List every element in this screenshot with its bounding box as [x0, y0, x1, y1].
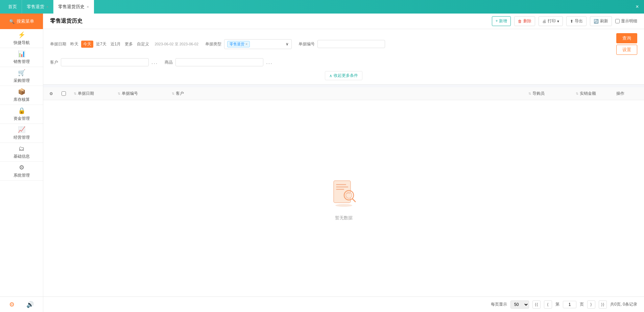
page-suffix-label: 页	[580, 302, 584, 307]
bill-number-input[interactable]	[317, 40, 385, 48]
refresh-icon: 🔄	[594, 19, 599, 24]
th-num: ⇅ 单据编号	[115, 91, 169, 96]
bill-number-filter: 单据编号	[299, 40, 385, 48]
search-icon: 🔍	[9, 19, 15, 24]
page-title: 零售退货历史	[50, 18, 82, 25]
svg-rect-2	[336, 186, 348, 187]
page-header: 零售退货历史 + 新增 🗑 × 删除 🖨 打印 ▾ ⬆ 导出 🔄 刷新	[43, 14, 644, 29]
filter-row-2: 客户 ... 商品 ...	[50, 58, 637, 66]
sidebar-item-purchase[interactable]: 🛒 采购管理	[0, 67, 43, 86]
empty-illustration	[327, 176, 361, 209]
goods-input[interactable]	[175, 58, 263, 66]
customer-label: 客户	[50, 60, 58, 65]
total-records-text: 共0页, 0条记录	[610, 302, 637, 307]
date-filter: 单据日期 昨天 今天 近7天 近1月 更多 自定义 2023-06-02 至 2…	[50, 41, 198, 48]
date-btn-1month[interactable]: 近1月	[109, 41, 122, 48]
date-btn-7days[interactable]: 近7天	[95, 41, 108, 48]
bill-type-select[interactable]: 零售退货 × ∨	[224, 39, 292, 49]
column-settings-icon[interactable]: ⚙	[49, 91, 53, 96]
date-btn-today[interactable]: 今天	[81, 41, 93, 48]
filter-area: 单据日期 昨天 今天 近7天 近1月 更多 自定义 2023-06-02 至 2…	[43, 29, 644, 85]
tab-close-retail-return[interactable]: ×	[46, 5, 48, 9]
date-buttons: 昨天 今天 近7天 近1月 更多 自定义	[69, 41, 150, 48]
sidebar-sound-icon[interactable]: 🔊	[26, 301, 34, 308]
delete-button[interactable]: 🗑 × 删除	[514, 16, 535, 26]
goods-filter: 商品 ...	[165, 58, 272, 66]
bill-type-filter: 单据类型 零售退货 × ∨	[205, 39, 292, 49]
th-settings[interactable]: ⚙	[47, 91, 59, 96]
refresh-button[interactable]: 🔄 刷新	[590, 16, 612, 26]
sidebar-item-finance[interactable]: 🔒 资金管理	[0, 105, 43, 124]
date-label: 单据日期	[50, 41, 66, 47]
date-btn-yesterday[interactable]: 昨天	[69, 41, 80, 48]
select-all-checkbox[interactable]	[62, 91, 66, 96]
empty-state: 暂无数据	[43, 100, 644, 296]
sidebar-item-inventory[interactable]: 📦 库存核算	[0, 86, 43, 105]
customer-input[interactable]	[61, 58, 149, 66]
bill-type-remove-icon[interactable]: ×	[245, 42, 247, 46]
goods-label: 商品	[165, 60, 173, 65]
sort-guide-icon[interactable]: ⇅	[528, 92, 531, 95]
sidebar-item-operations[interactable]: 📈 经营管理	[0, 124, 43, 143]
sidebar-item-sales[interactable]: 📊 销售管理	[0, 48, 43, 67]
last-page-button[interactable]: ⟩⟩	[599, 300, 607, 309]
per-page-select[interactable]: 50 100 200	[510, 300, 529, 309]
top-bar: 首页 零售退货 × 零售退货历史 × ×	[0, 0, 644, 14]
date-btn-custom[interactable]: 自定义	[136, 41, 150, 48]
show-detail-checkbox[interactable]	[615, 19, 620, 23]
system-icon: ⚙	[19, 164, 24, 171]
page-number-input[interactable]	[563, 301, 576, 308]
customer-dots[interactable]: ...	[151, 59, 158, 65]
query-button[interactable]: 查询	[616, 33, 637, 43]
tab-retail-return[interactable]: 零售退货 ×	[22, 0, 53, 14]
data-table: ⚙ ⇅ 单据日期 ⇅ 单据编号 ⇅ 客户 ⇅ 导购员 ⇅	[43, 87, 644, 296]
th-op: 操作	[614, 91, 641, 96]
th-checkbox[interactable]	[59, 91, 71, 96]
goods-dots[interactable]: ...	[266, 59, 272, 65]
next-page-button[interactable]: ⟩	[587, 300, 595, 309]
sidebar-search[interactable]: 🔍 搜索菜单	[0, 14, 43, 29]
inventory-icon: 📦	[18, 88, 25, 95]
sort-num-icon[interactable]: ⇅	[118, 92, 120, 95]
prev-page-button[interactable]: ⟨	[544, 300, 552, 309]
collapse-icon: ∧	[329, 73, 332, 78]
sidebar-bottom: ⚙ 🔊	[0, 296, 43, 312]
sidebar-item-base-info[interactable]: 🗂 基础信息	[0, 143, 43, 162]
bill-number-label: 单据编号	[299, 41, 315, 47]
settings-button[interactable]: 设置	[616, 45, 637, 55]
sidebar-item-system[interactable]: ⚙ 系统管理	[0, 162, 43, 181]
new-button[interactable]: + 新增	[492, 16, 511, 26]
pagination: 每页显示 50 100 200 ⟨⟨ ⟨ 第 页 ⟩ ⟩⟩ 共0页, 0条记录	[43, 296, 644, 312]
quick-nav-icon: ⚡	[18, 31, 25, 39]
first-page-button[interactable]: ⟨⟨	[532, 300, 541, 309]
svg-point-7	[335, 204, 352, 207]
svg-rect-3	[336, 189, 344, 190]
th-customer: ⇅ 客户	[169, 91, 526, 96]
sales-icon: 📊	[18, 50, 25, 58]
sort-date-icon[interactable]: ⇅	[74, 92, 76, 95]
bill-type-chevron-icon: ∨	[286, 42, 289, 46]
sort-amount-icon[interactable]: ⇅	[576, 92, 578, 95]
empty-text: 暂无数据	[335, 215, 353, 221]
per-page-label: 每页显示	[491, 302, 507, 307]
page-prefix-label: 第	[555, 302, 559, 307]
sidebar-item-quick-nav[interactable]: ⚡ 快捷导航	[0, 29, 43, 48]
tab-home[interactable]: 首页	[3, 0, 22, 14]
customer-filter: 客户 ...	[50, 58, 158, 66]
sidebar-settings-icon[interactable]: ⚙	[9, 301, 15, 308]
tab-retail-return-history[interactable]: 零售退货历史 ×	[53, 0, 94, 14]
show-detail-checkbox-label[interactable]: 显示明细	[615, 18, 637, 24]
tab-close-retail-return-history[interactable]: ×	[87, 5, 89, 9]
window-close-button[interactable]: ×	[630, 0, 644, 14]
operations-icon: 📈	[18, 126, 25, 133]
export-button[interactable]: ⬆ 导出	[566, 16, 587, 26]
collapse-filter-button[interactable]: ∧ 收起更多条件	[325, 71, 362, 80]
finance-icon: 🔒	[18, 107, 25, 114]
table-header: ⚙ ⇅ 单据日期 ⇅ 单据编号 ⇅ 客户 ⇅ 导购员 ⇅	[43, 87, 644, 100]
print-button[interactable]: 🖨 打印 ▾	[539, 16, 563, 26]
sidebar: 🔍 搜索菜单 ⚡ 快捷导航 📊 销售管理 🛒 采购管理 📦 库存核算 🔒 资金管…	[0, 14, 43, 312]
date-btn-more[interactable]: 更多	[123, 41, 134, 48]
sort-customer-icon[interactable]: ⇅	[172, 92, 174, 95]
th-guide: ⇅ 导购员	[526, 91, 573, 96]
date-range-text: 2023-06-02 至 2023-06-02	[154, 42, 198, 47]
